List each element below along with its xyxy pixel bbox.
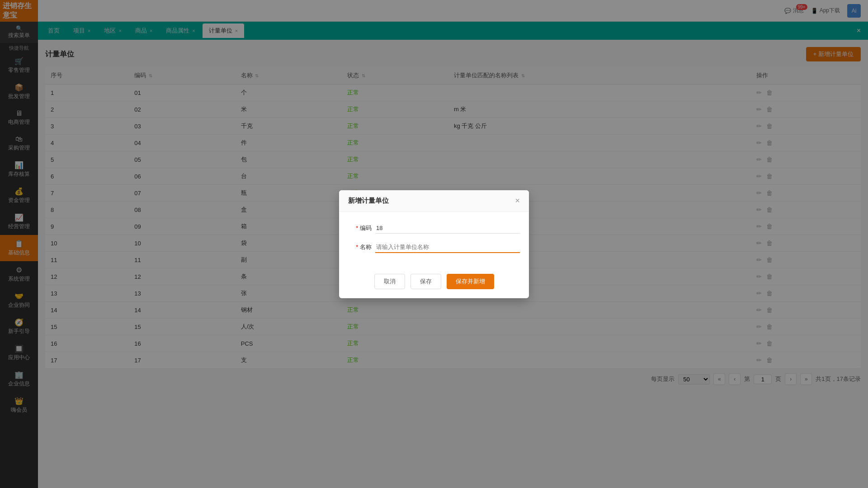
modal-overlay[interactable]: 新增计量单位 × 编码 名称 取消 保存 保存并新增 bbox=[0, 0, 868, 488]
add-unit-modal: 新增计量单位 × 编码 名称 取消 保存 保存并新增 bbox=[339, 190, 529, 298]
modal-header: 新增计量单位 × bbox=[339, 190, 529, 212]
cancel-button[interactable]: 取消 bbox=[374, 274, 405, 289]
modal-footer: 取消 保存 保存并新增 bbox=[339, 268, 529, 298]
code-form-row: 编码 bbox=[348, 223, 520, 234]
code-input[interactable] bbox=[375, 223, 520, 234]
name-form-row: 名称 bbox=[348, 242, 520, 253]
modal-close-button[interactable]: × bbox=[515, 197, 520, 205]
name-input[interactable] bbox=[375, 242, 520, 253]
save-and-new-button[interactable]: 保存并新增 bbox=[447, 274, 494, 289]
modal-title: 新增计量单位 bbox=[348, 197, 389, 205]
code-label: 编码 bbox=[348, 224, 375, 232]
modal-body: 编码 名称 bbox=[339, 212, 529, 268]
name-label: 名称 bbox=[348, 243, 375, 251]
save-button[interactable]: 保存 bbox=[410, 274, 441, 289]
